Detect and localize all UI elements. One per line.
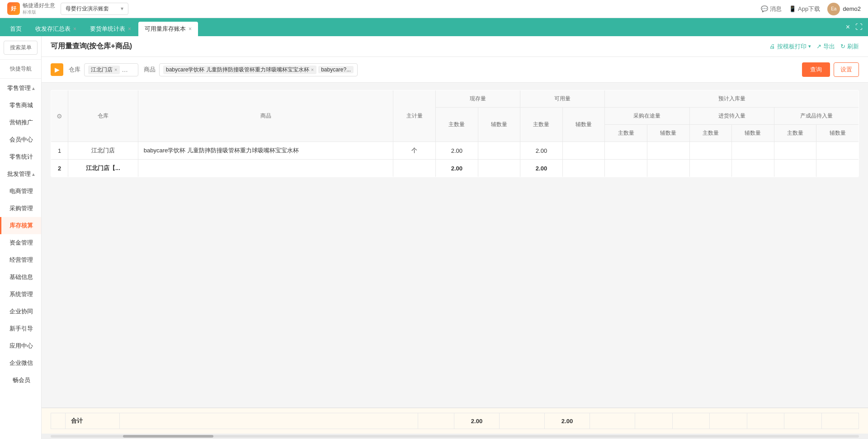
sidebar-item-enterprise-wechat[interactable]: 企业微信 [0,354,41,372]
sidebar-item-retail-mgmt[interactable]: 零售管理 ▲ [0,80,41,97]
page-title: 可用量查询(按仓库+商品) [51,42,132,51]
tab-order-stats-close[interactable]: × [128,26,131,32]
tab-order-stats-label: 要货单统计表 [90,25,125,33]
footer-empty-6 [710,413,747,429]
avatar-text: Ea [831,6,836,11]
th-current-stock: 现存量 [436,90,520,108]
th-purchase-onway-main: 主数量 [605,125,647,142]
th-incoming: 进货待入量 [689,108,774,125]
row-1-product: babycare学饮杯 儿童防摔防撞吸管杯重力球吸嘴杯宝宝水杯 [138,142,393,160]
row-2-purchase-onway-aux [647,160,689,177]
query-button[interactable]: 查询 [802,62,830,77]
fullscreen-button[interactable]: ⛶ [854,23,864,31]
th-planned-in: 预计入库量 [605,90,859,108]
warehouse-tag-text: 江北门店 [91,66,113,74]
export-button[interactable]: ↗ 导出 [816,42,835,51]
sidebar-item-marketing[interactable]: 营销推广 [0,114,41,131]
sidebar: 搜索菜单 快捷导航 零售管理 ▲ 零售商城 营销推广 会员中心 零售统计 批发管… [0,36,42,439]
sidebar-item-ecommerce[interactable]: 电商管理 [0,183,41,200]
sidebar-item-finance[interactable]: 资金管理 [0,234,41,251]
sidebar-item-member-center[interactable]: 会员中心 [0,131,41,148]
industry-selector[interactable]: 母婴行业演示账套 ▾ [61,3,128,15]
sidebar-item-retail-stats[interactable]: 零售统计 [0,148,41,165]
footer-empty-4 [635,413,673,429]
search-menu-button[interactable]: 搜索菜单 [4,41,38,55]
tab-receipt-summary[interactable]: 收发存汇总表 × [29,22,83,36]
refresh-label: 刷新 [847,42,859,51]
message-label: 消息 [770,5,782,13]
filter-toggle-button[interactable]: ▶ [51,63,63,76]
row-2-index: 2 [51,160,68,177]
tab-order-stats[interactable]: 要货单统计表 × [84,22,137,36]
sidebar-item-vip-member[interactable]: 畅会员 [0,372,41,389]
row-2-products-pending-main [774,160,816,177]
user-name: demo2 [843,5,861,12]
footer-total-available-main: 2.00 [545,413,590,429]
row-1-unit: 个 [393,142,436,160]
data-table: ⚙ 仓库 商品 主计量 现存量 可用量 预计入库量 主数量 辅数量 主数量 辅数… [51,90,859,177]
sidebar-item-basic-info[interactable]: 基础信息 [0,269,41,286]
tab-home-label: 首页 [10,25,22,33]
message-button[interactable]: 💬 消息 [761,5,782,13]
sidebar-item-quick-nav[interactable]: 快捷导航 [0,61,41,76]
tab-home[interactable]: 首页 [4,22,28,36]
footer-empty-2 [120,413,418,429]
footer-table: 合计 2.00 2.00 [51,413,859,429]
row-2-purchase-onway-main [605,160,647,177]
footer-total-current-main: 2.00 [454,413,500,429]
row-2-products-pending-aux [816,160,859,177]
sidebar-item-new-guide[interactable]: 新手引导 [0,320,41,337]
sidebar-item-wholesale-mgmt[interactable]: 批发管理 ▲ [0,165,41,183]
chevron-down-icon: ▲ [31,172,36,177]
th-purchase-onway: 采购在途量 [605,108,689,125]
print-template-button[interactable]: 🖨 按模板打印 ▾ [769,42,811,51]
row-2-current-aux [478,160,520,177]
tab-available-stock-label: 可用量库存账本 [145,25,186,33]
row-1-incoming-aux [732,142,774,160]
warehouse-tag-remove[interactable]: × [114,67,117,72]
refresh-icon: ↻ [840,43,845,50]
scrollbar-thumb[interactable] [123,435,213,438]
tab-receipt-summary-close[interactable]: × [73,26,76,32]
page-header: 可用量查询(按仓库+商品) 🖨 按模板打印 ▾ ↗ 导出 ↻ 刷新 [42,36,868,57]
top-bar-right: 💬 消息 📱 App下载 Ea demo2 [761,3,861,15]
logo-area: 好 畅捷通好生意 标准版 [7,2,55,15]
sidebar-item-inventory[interactable]: 库存核算 [0,217,41,234]
horizontal-scrollbar[interactable] [42,434,868,439]
refresh-button[interactable]: ↻ 刷新 [840,42,859,51]
th-purchase-onway-aux: 辅数量 [647,125,689,142]
tab-available-stock-close[interactable]: × [189,26,192,32]
warehouse-filter-more[interactable]: ... [122,66,127,74]
th-products-pending-aux: 辅数量 [816,125,859,142]
row-1-index: 1 [51,142,68,160]
sidebar-item-retail-mall[interactable]: 零售商城 [0,97,41,114]
sidebar-item-app-center[interactable]: 应用中心 [0,337,41,354]
settings-button[interactable]: 设置 [834,62,859,77]
sidebar-item-system[interactable]: 系统管理 [0,286,41,303]
user-area[interactable]: Ea demo2 [827,3,861,15]
close-all-tabs-button[interactable]: × [842,23,854,31]
product-tag-1: babycare学饮杯 儿童防摔防撞吸管杯重力球吸嘴杯宝宝水杯 × [163,66,316,74]
sidebar-item-purchase[interactable]: 采购管理 [0,200,41,217]
chevron-down-icon: ▾ [121,5,123,12]
row-1-products-pending-aux [816,142,859,160]
th-current-aux: 辅数量 [478,108,520,142]
warehouse-filter-input[interactable]: 江北门店 × ... [84,63,138,76]
industry-label: 母婴行业演示账套 [66,5,109,13]
footer-empty-8 [784,413,822,429]
sidebar-item-operations[interactable]: 经营管理 [0,251,41,269]
settings-icon[interactable]: ⚙ [57,113,62,120]
app-download-label: App下载 [798,5,820,13]
product-filter-group: 商品 babycare学饮杯 儿童防摔防撞吸管杯重力球吸嘴杯宝宝水杯 × bab… [144,63,358,76]
product-filter-input[interactable]: babycare学饮杯 儿童防摔防撞吸管杯重力球吸嘴杯宝宝水杯 × babyca… [159,63,358,76]
product-tag-1-remove[interactable]: × [311,67,314,72]
product-filter-label: 商品 [144,66,156,74]
sidebar-item-enterprise-collab[interactable]: 企业协同 [0,303,41,320]
th-incoming-main: 主数量 [689,125,732,142]
table-row: 1 江北门店 babycare学饮杯 儿童防摔防撞吸管杯重力球吸嘴杯宝宝水杯 个… [51,142,859,160]
th-available-aux: 辅数量 [562,108,605,142]
warehouse-filter-label: 仓库 [69,66,80,74]
tab-available-stock[interactable]: 可用量库存账本 × [138,22,198,36]
app-download-button[interactable]: 📱 App下载 [789,5,820,13]
row-1-warehouse: 江北门店 [68,142,138,160]
